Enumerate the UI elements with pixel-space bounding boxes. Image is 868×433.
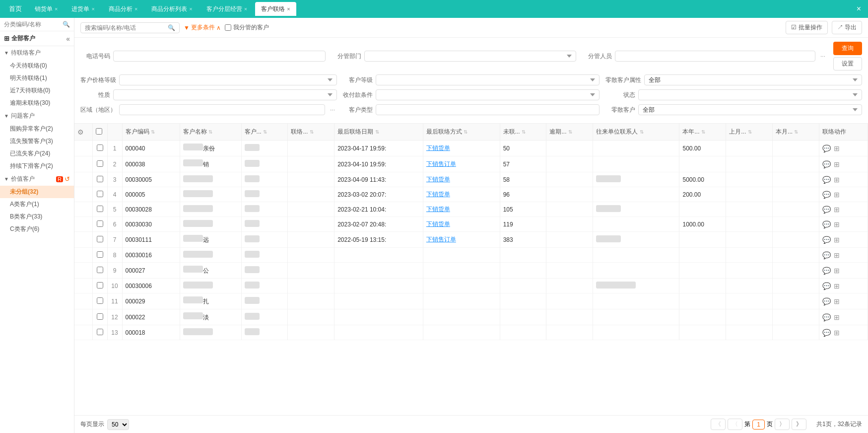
sidebar-item-class-a[interactable]: A类客户(1) [0, 198, 74, 211]
row-checkbox-cell[interactable] [92, 217, 107, 232]
export-button[interactable]: ↗ 导出 [832, 21, 862, 34]
query-button[interactable]: 查询 [833, 42, 862, 55]
tab-sales-order[interactable]: 销货单 × [29, 2, 64, 16]
first-page-button[interactable]: 《 [711, 419, 726, 430]
sort-icon[interactable]: ⇅ [522, 129, 526, 135]
type-column-header[interactable]: 客户... ⇅ [241, 124, 288, 141]
row-checkbox-cell[interactable] [92, 263, 107, 279]
row-checkbox[interactable] [97, 297, 103, 304]
row-checkbox-cell[interactable] [92, 232, 107, 248]
this-month-column-header[interactable]: 本月... ⇅ [773, 124, 819, 141]
row-checkbox[interactable] [97, 206, 103, 212]
row-checkbox[interactable] [97, 313, 103, 320]
grid-action-icon[interactable]: ⊞ [834, 144, 840, 152]
per-page-select[interactable]: 50 [107, 419, 129, 430]
collapse-icon[interactable]: « [66, 35, 70, 43]
last-method-column-header[interactable]: 最后联络方式 ⇅ [423, 124, 500, 141]
my-customers-filter[interactable]: 我分管的客户 [225, 23, 269, 32]
row-checkbox[interactable] [97, 144, 103, 151]
sidebar-item-tomorrow-pending[interactable]: 明天待联络(1) [0, 72, 74, 84]
search-icon[interactable]: 🔍 [168, 24, 175, 31]
close-icon[interactable]: × [91, 6, 94, 12]
grid-action-icon[interactable]: ⊞ [834, 176, 840, 184]
tab-product-analysis[interactable]: 商品分析 × [103, 2, 143, 16]
status-select[interactable] [638, 89, 862, 100]
phone-input[interactable] [113, 51, 326, 62]
contact-column-header[interactable]: 联络... ⇅ [288, 124, 334, 141]
retail-attr-select[interactable]: 全部 [644, 74, 862, 85]
row-checkbox-cell[interactable] [92, 172, 107, 187]
select-all-checkbox[interactable] [96, 128, 102, 135]
tab-customer-contact[interactable]: 客户联络 × [255, 2, 296, 16]
sidebar-item-abnormal[interactable]: 囤购异常客户(2) [0, 123, 74, 135]
reset-button[interactable]: 设置 [833, 57, 862, 71]
customer-level-select[interactable] [376, 74, 600, 85]
row-checkbox[interactable] [97, 220, 103, 227]
retail-customer-select[interactable]: 全部 [638, 104, 862, 115]
grid-action-icon[interactable]: ⊞ [834, 206, 840, 214]
row-checkbox[interactable] [97, 267, 103, 273]
sort-icon[interactable]: ⇅ [208, 129, 212, 135]
grid-action-icon[interactable]: ⊞ [834, 220, 840, 228]
code-column-header[interactable]: 客户编码 ⇅ [122, 124, 180, 141]
grid-action-icon[interactable]: ⊞ [834, 251, 840, 259]
close-icon[interactable]: × [189, 6, 192, 12]
nature-select[interactable] [113, 89, 337, 100]
chat-icon[interactable]: 💬 [822, 206, 831, 214]
chat-icon[interactable]: 💬 [822, 313, 831, 321]
no-contact-column-header[interactable]: 未联... ⇅ [500, 124, 546, 141]
my-customers-checkbox[interactable] [225, 24, 231, 31]
payment-select[interactable] [376, 89, 600, 100]
overdue-column-header[interactable]: 逾期... ⇅ [546, 124, 593, 141]
sidebar-item-overdue-pending[interactable]: 逾期未联络(30) [0, 97, 74, 109]
chat-icon[interactable]: 💬 [822, 251, 831, 259]
grid-action-icon[interactable]: ⊞ [834, 160, 840, 168]
sidebar-item-churn-warning[interactable]: 流失预警客户(3) [0, 135, 74, 147]
problem-customers-group[interactable]: ▼ 问题客户 [0, 109, 74, 123]
sidebar-item-today-pending[interactable]: 今天待联络(0) [0, 60, 74, 72]
dept-select[interactable] [364, 51, 577, 62]
more-conditions-button[interactable]: ▼ 更多条件 ∧ [184, 23, 221, 32]
settings-icon[interactable]: ⚙ [77, 128, 84, 136]
grid-action-icon[interactable]: ⊞ [834, 329, 840, 337]
row-checkbox[interactable] [97, 160, 103, 167]
tab-product-analysis-list[interactable]: 商品分析列表 × [145, 2, 198, 16]
grid-action-icon[interactable]: ⊞ [834, 191, 840, 199]
sort-icon[interactable]: ⇅ [464, 129, 467, 135]
row-checkbox[interactable] [97, 236, 103, 242]
tab-purchase-order[interactable]: 进货单 × [66, 2, 100, 16]
name-column-header[interactable]: 客户名称 ⇅ [180, 124, 241, 141]
grid-action-icon[interactable]: ⊞ [834, 313, 840, 321]
chat-icon[interactable]: 💬 [822, 282, 831, 290]
company-contact-column-header[interactable]: 往来单位联系人 ⇅ [593, 124, 679, 141]
sort-icon[interactable]: ⇅ [151, 129, 155, 135]
close-icon[interactable]: × [287, 6, 290, 12]
chat-icon[interactable]: 💬 [822, 236, 831, 244]
customer-type-input[interactable] [376, 104, 600, 115]
grid-action-icon[interactable]: ⊞ [834, 267, 840, 275]
this-year-column-header[interactable]: 本年... ⇅ [679, 124, 726, 141]
batch-operations-button[interactable]: ☑ 批量操作 [786, 21, 827, 34]
sidebar-item-ungrouped[interactable]: 未分组(32) [0, 186, 74, 198]
sort-icon[interactable]: ⇅ [748, 129, 752, 135]
price-level-select[interactable] [119, 74, 337, 85]
row-checkbox-cell[interactable] [92, 202, 107, 217]
pending-customers-group[interactable]: ▼ 待联络客户 [0, 46, 74, 60]
row-checkbox-cell[interactable] [92, 156, 107, 172]
row-checkbox[interactable] [97, 282, 103, 289]
sort-icon[interactable]: ⇅ [794, 129, 798, 135]
home-tab[interactable]: 首页 [4, 4, 27, 13]
prev-page-button[interactable]: 〈 [728, 419, 742, 430]
grid-action-icon[interactable]: ⊞ [834, 282, 840, 290]
refresh-icon[interactable]: ↺ [65, 175, 70, 183]
row-checkbox-cell[interactable] [92, 248, 107, 263]
sort-icon[interactable]: ⇅ [640, 129, 644, 135]
chat-icon[interactable]: 💬 [822, 297, 831, 305]
last-month-column-header[interactable]: 上月... ⇅ [726, 124, 773, 141]
chat-icon[interactable]: 💬 [822, 329, 831, 337]
settings-column-header[interactable]: ⚙ [74, 124, 92, 141]
person-input[interactable] [615, 51, 815, 62]
last-date-column-header[interactable]: 最后联络日期 ⇅ [334, 124, 423, 141]
window-close-button[interactable]: × [854, 4, 864, 13]
row-checkbox-cell[interactable] [92, 187, 107, 202]
